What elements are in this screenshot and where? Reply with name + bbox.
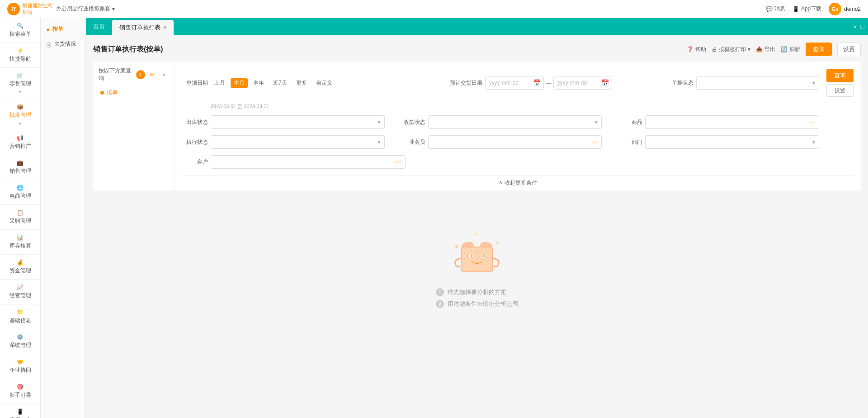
trending-icon: 📈 [17,284,24,290]
empty-tip-1: 1 请先选择要分析的方案 [436,288,518,296]
query-btn[interactable]: 查询 [806,43,832,56]
filter-card: 按以下方案查询 + ✏ « 按单 [93,62,861,190]
dept-select[interactable]: ▾ [645,135,819,149]
export-btn[interactable]: 📤 导出 [756,46,775,53]
outbound-select[interactable]: ▾ [211,115,385,129]
outbound-arrow-icon: ▾ [378,119,381,125]
export-icon: 📤 [756,46,763,52]
doc-status-select[interactable]: ▾ [696,76,820,90]
exec-select[interactable]: ▾ [211,135,385,149]
sub-sidebar-item-debt[interactable]: ◎ 欠货情况 [41,37,85,52]
help-icon: ❓ [687,46,693,52]
doc-status-group: 单据状态 ▾ [667,76,820,90]
sidebar-item-ecommerce[interactable]: 🌐 电商管理 [0,180,40,205]
tab-maximize-icon[interactable]: □ [861,23,864,30]
tip-num-2: 2 [436,300,444,308]
date-range-sub: 2023-03-01 至 2023-03-31 [182,103,854,110]
top-header: 好 畅捷通好生意 标版 办公用品行业模拟账套 ▾ 💬 消息 📱 App下载 Ea… [0,0,868,18]
calendar-start-icon[interactable]: 📅 [533,79,541,86]
avatar: Ea [829,3,841,15]
megaphone-icon: 📢 [17,135,24,141]
customer-dots-icon[interactable]: ··· [396,158,401,166]
expected-date-start[interactable]: yyyy-mm-dd 📅 [485,76,544,90]
tab-close-window-icon[interactable]: × [853,23,857,30]
gear-icon: ⚙️ [17,334,24,340]
expected-date-end[interactable]: yyyy-mm-dd 📅 [553,76,612,90]
sidebar-item-collab[interactable]: 🤝 企业协同 [0,354,40,379]
sidebar-item-inventory[interactable]: 📊 库存核算 [0,230,40,255]
message-action[interactable]: 💬 消息 [766,5,785,13]
date-custom-btn[interactable]: 自定义 [312,78,336,88]
page-actions: ❓ 帮助 🖨 按模板打印 ▾ 📤 导出 🔄 刷新 [687,43,861,56]
help-btn[interactable]: ❓ 帮助 [687,46,706,53]
sidebar-item-retail[interactable]: 🛒 零售管理 ▾ [0,68,40,99]
box-icon: 📦 [17,104,24,110]
goods-select[interactable]: ··· [645,115,819,129]
tab-home[interactable]: 首页 [86,18,112,35]
scheme-item-order[interactable]: 按单 [97,86,170,99]
sidebar-item-wholesale[interactable]: 📦 批发管理 ▴ [0,99,40,130]
debt-circle-icon: ◎ [46,41,52,48]
page-header: 销售订单执行表(按单) ❓ 帮助 🖨 按模板打印 ▾ 📤 导出 [93,43,861,56]
download-icon: 📱 [793,6,799,12]
sidebar-item-finance[interactable]: 💰 资金管理 [0,255,40,280]
expected-date-inputs: yyyy-mm-dd 📅 — yyyy-mm-dd 📅 [485,76,653,90]
collapse-scheme-btn[interactable]: « [160,70,169,79]
date-last-month-btn[interactable]: 上月 [211,78,229,88]
print-icon: 🖨 [712,46,717,52]
payment-select[interactable]: ▾ [428,115,602,129]
template-print-btn[interactable]: 🖨 按模板打印 ▾ [712,46,750,53]
collapse-more-btn[interactable]: ∧ 收起更多条件 [182,175,854,190]
tip-num-1: 1 [436,288,444,296]
customer-input[interactable]: ··· [211,155,406,169]
svg-text:✦: ✦ [475,232,478,237]
sidebar-item-sales[interactable]: 💼 销售管理 [0,155,40,180]
refresh-btn[interactable]: 🔄 刷新 [781,46,800,53]
svg-text:✦: ✦ [453,243,459,251]
date-7days-btn[interactable]: 近7天 [269,78,291,88]
tab-sales-exec[interactable]: 销售订单执行表 × [112,20,174,35]
goods-dots-icon[interactable]: ··· [809,118,815,126]
add-scheme-btn[interactable]: + [136,70,145,79]
globe-icon: 🌐 [17,185,24,191]
salesperson-dots-icon[interactable]: ··· [592,138,598,146]
cart-icon: 🛒 [17,72,24,79]
exec-arrow-icon: ▾ [378,139,381,145]
settings-btn[interactable]: 设置 [837,43,861,56]
filter-row-3: 执行状态 ▾ 业务员 ··· [182,135,854,149]
chart-icon: 📊 [17,234,24,241]
edit-scheme-btn[interactable]: ✏ [148,70,157,79]
salesperson-input[interactable]: ··· [428,135,602,149]
empty-tip-2: 2 用过滤条件来缩小分析范围 [436,300,518,308]
sidebar-item-marketing[interactable]: 📢 营销推广 [0,130,40,155]
date-this-month-btn[interactable]: 本月 [231,78,248,88]
sidebar-item-basic[interactable]: 📁 基础信息 [0,304,40,329]
sidebar-item-purchase[interactable]: 📋 采购管理 [0,205,40,230]
date-this-year-btn[interactable]: 本年 [250,78,268,88]
date-more-btn[interactable]: 更多 [292,78,311,88]
sidebar-item-appcenter[interactable]: 📱 应用中心 [0,404,40,418]
chevron-down-icon: ▾ [112,6,115,12]
scheme-active-dot [100,91,104,95]
sidebar-item-system[interactable]: ⚙️ 系统管理 [0,329,40,354]
empty-state: ✦ ✦ ✦ 1 请先选择要分析的方案 2 用过滤条件来缩小分析范围 [93,190,861,344]
search-settings-btn[interactable]: 设置 [826,84,854,97]
date-field-group: 单据日期 上月 本月 本年 近7天 更多 自定义 [182,78,435,88]
money-icon: 💰 [17,259,24,266]
sidebar-item-search-menu[interactable]: 🔍 搜索菜单 [0,18,40,43]
filter-row-4: 客户 ··· [182,155,854,169]
svg-point-5 [482,255,484,257]
sidebar-item-operation[interactable]: 📈 经营管理 [0,280,40,304]
company-selector[interactable]: 办公用品行业模拟账套 ▾ [56,5,115,13]
sidebar-item-guide[interactable]: 🎯 新手引导 [0,379,40,404]
tab-close-icon[interactable]: × [163,24,166,31]
app-download-action[interactable]: 📱 App下载 [793,5,821,13]
search-query-btn[interactable]: 查询 [826,69,854,82]
handshake-icon: 🤝 [17,359,24,365]
calendar-end-icon[interactable]: 📅 [601,79,609,86]
user-area[interactable]: Ea demo2 [829,3,861,15]
sub-sidebar-item-order[interactable]: ● 按单 [41,22,85,37]
page-title: 销售订单执行表(按单) [93,45,163,54]
sidebar-item-quick-nav[interactable]: ⚡ 快捷导航 [0,43,40,68]
date-separator: — [546,80,552,86]
